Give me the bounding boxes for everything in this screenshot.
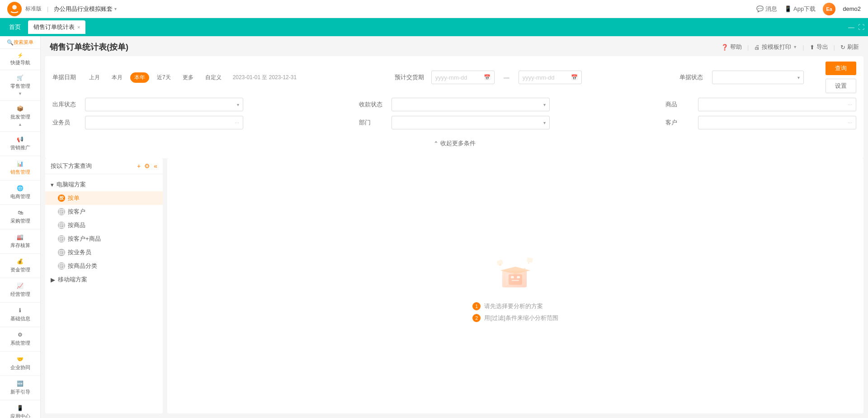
operations-icon: 📈 (17, 283, 24, 289)
basic-icon: ℹ (19, 307, 21, 314)
sidebar-search[interactable]: 🔍 搜索菜单 (0, 36, 40, 49)
quick-nav-label: 快捷导航 (10, 59, 30, 66)
department-select[interactable]: ▾ (392, 116, 550, 129)
tip-num-1: 1 (472, 302, 481, 310)
sidebar-item-system[interactable]: ⚙ 系统管理 (0, 327, 40, 352)
print-button[interactable]: 🖨 按模板打印 ▼ (754, 43, 797, 51)
empty-tips: 1 请先选择要分析的方案 2 用[过滤]条件来缩小分析范围 (472, 302, 558, 322)
tab-sales-order-stat[interactable]: 销售订单统计表 × (28, 20, 85, 34)
workspace-selector[interactable]: 办公用品行业模拟账套 ▾ (54, 5, 117, 13)
salesman-field[interactable]: ··· (85, 116, 243, 129)
date-btn-this-month[interactable]: 本月 (108, 72, 127, 83)
date-btn-7days[interactable]: 近7天 (153, 72, 175, 83)
sidebar-item-wholesale[interactable]: 📦 批发管理 ▲ (0, 101, 40, 132)
purchase-label: 采购管理 (10, 218, 30, 224)
sidebar-item-basic[interactable]: ℹ 基础信息 (0, 303, 40, 327)
tree-group-desktop: ▾ 电脑端方案 按 按单 按客户 (45, 178, 163, 273)
marketing-icon: 📢 (17, 136, 24, 142)
salesman-more-icon: ··· (235, 119, 239, 126)
filter-row-2: 出库状态 ▾ 收款状态 ▾ 商品 ··· (52, 98, 856, 111)
department-arrow: ▾ (543, 120, 546, 125)
sidebar-item-purchase[interactable]: 🛍 采购管理 (0, 205, 40, 229)
date-btn-more[interactable]: 更多 (179, 72, 198, 83)
empty-tip-1: 1 请先选择要分析的方案 (472, 302, 558, 310)
collection-status-select[interactable]: ▾ (392, 98, 550, 111)
tree-item-by-customer[interactable]: 按客户 (45, 205, 163, 218)
tree-item-by-customer-goods[interactable]: 按客户+商品 (45, 232, 163, 246)
collapse-panel-button[interactable]: « (154, 162, 157, 170)
quick-nav-icon: ⚡ (17, 52, 24, 58)
svg-rect-13 (59, 251, 64, 254)
window-maximize-icon[interactable]: ⛶ (858, 24, 864, 31)
finance-icon: 💰 (17, 258, 24, 265)
settings-button[interactable]: 设置 (826, 79, 856, 93)
filter-panel: 单据日期 上月 本月 本年 近7天 更多 自定义 2023-01-01 至 20… (45, 56, 863, 158)
expected-delivery-start[interactable]: yyyy-mm-dd 📅 (431, 71, 495, 84)
tree-item-by-order[interactable]: 按 按单 (45, 191, 163, 205)
tree-item-by-goods[interactable]: 按商品 (45, 218, 163, 232)
add-scheme-button[interactable]: + (137, 162, 141, 170)
customer-more-icon: ··· (848, 119, 852, 126)
svg-rect-24 (512, 280, 519, 281)
sidebar-item-marketing[interactable]: 📢 营销推广 (0, 132, 40, 156)
export-button[interactable]: ⬆ 导出 (810, 43, 828, 51)
date-label: 单据日期 (52, 73, 78, 81)
tip-text-2: 用[过滤]条件来缩小分析范围 (484, 314, 558, 322)
scheme-settings-button[interactable]: ⚙ (144, 162, 150, 170)
expected-delivery-end[interactable]: yyyy-mm-dd 📅 (519, 71, 582, 84)
sales-icon: 📊 (17, 161, 24, 167)
sidebar-item-finance[interactable]: 💰 资金管理 (0, 254, 40, 278)
finance-label: 资金管理 (10, 266, 30, 273)
order-status-select[interactable]: ▾ (712, 71, 804, 84)
window-minimize-icon[interactable]: — (848, 24, 854, 31)
date-separator: — (502, 74, 511, 81)
date-btn-last-month[interactable]: 上月 (85, 72, 104, 83)
sidebar-item-sales[interactable]: 📊 销售管理 (0, 156, 40, 180)
help-button[interactable]: ❓ 帮助 (721, 43, 742, 51)
topbar-left: 标准版 | 办公用品行业模拟账套 ▾ (7, 2, 117, 16)
collapse-label: 收起更多条件 (440, 139, 476, 147)
sidebar-item-ecommerce[interactable]: 🌐 电商管理 (0, 180, 40, 205)
tree-item-by-salesman[interactable]: 按业务员 (45, 246, 163, 259)
tree-group-mobile-header[interactable]: ▶ 移动端方案 (45, 273, 163, 286)
page-title: 销售订单统计表(按单) (50, 42, 128, 52)
message-action[interactable]: 💬 消息 (756, 5, 777, 13)
sidebar-item-newuser[interactable]: 🆕 新手引导 (0, 376, 40, 400)
collapse-button[interactable]: ⌃ 收起更多条件 (428, 138, 481, 149)
right-panel: 1 请先选择要分析的方案 2 用[过滤]条件来缩小分析范围 (167, 158, 863, 413)
sidebar-item-operations[interactable]: 📈 经营管理 (0, 278, 40, 303)
sidebar-item-appcenter[interactable]: 📱 应用中心 (0, 400, 40, 418)
sidebar-item-enterprise[interactable]: 🤝 企业协同 (0, 352, 40, 376)
export-label: 导出 (816, 43, 828, 51)
sidebar-item-retail[interactable]: 🛒 零售管理 ▼ (0, 70, 40, 101)
tree-item-by-category[interactable]: 按商品分类 (45, 259, 163, 273)
wholesale-icon: 📦 (17, 105, 24, 112)
action-buttons: 查询 设置 (826, 62, 856, 93)
nav-tabs: 首页 销售订单统计表 × — ⛶ (0, 18, 868, 36)
sidebar-item-quick-nav[interactable]: ⚡ 快捷导航 (0, 49, 40, 70)
date-btn-custom[interactable]: 自定义 (201, 72, 226, 83)
tab-close-icon[interactable]: × (77, 24, 80, 30)
query-button[interactable]: 查询 (826, 62, 856, 75)
avatar[interactable]: Ea (823, 3, 835, 15)
delivery-status-select[interactable]: ▾ (85, 98, 243, 111)
ecommerce-label: 电商管理 (10, 193, 30, 200)
by-salesman-icon (58, 249, 65, 256)
desktop-group-label: 电脑端方案 (57, 180, 86, 189)
mobile-group-label: 移动端方案 (58, 276, 87, 284)
tree-group-desktop-header[interactable]: ▾ 电脑端方案 (45, 178, 163, 191)
customer-field[interactable]: ··· (698, 116, 856, 129)
sidebar-search-label: 搜索菜单 (14, 39, 33, 46)
date-button-group: 上月 本月 本年 近7天 更多 自定义 (85, 72, 226, 83)
app-download-action[interactable]: 📱 App下载 (784, 5, 816, 13)
date-btn-this-year[interactable]: 本年 (130, 72, 149, 83)
appcenter-icon: 📱 (17, 405, 24, 411)
tab-sales-order-stat-label: 销售订单统计表 (33, 23, 75, 31)
sidebar-item-inventory[interactable]: 🏭 库存核算 (0, 229, 40, 254)
tab-home[interactable]: 首页 (4, 20, 26, 34)
refresh-button[interactable]: ↻ 刷新 (840, 43, 859, 51)
left-panel: 按以下方案查询 + ⚙ « ▾ 电脑端方案 按 按单 (45, 158, 163, 413)
goods-field[interactable]: ··· (698, 98, 856, 111)
order-status-arrow: ▾ (797, 75, 800, 80)
print-icon: 🖨 (754, 44, 760, 51)
